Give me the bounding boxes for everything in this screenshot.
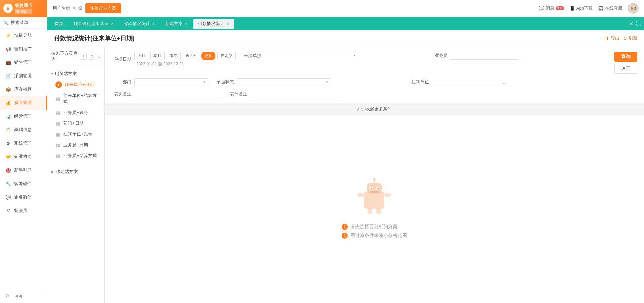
date-btn-this-month[interactable]: 本月	[150, 52, 165, 60]
scheme-item-dept-date[interactable]: ▦ 部门+日期	[47, 118, 104, 129]
sidebar-item-member[interactable]: V 畅会员	[0, 204, 47, 217]
sidebar-item-finance[interactable]: 💰 资金管理	[0, 96, 47, 110]
scheme-item-label: 业务员+账号	[63, 110, 88, 116]
scheme-item-unit-account[interactable]: ▣ 往来单位+账号	[47, 129, 104, 140]
svg-point-7	[373, 178, 376, 181]
page-title: 付款情况统计(往来单位+日期)	[54, 34, 135, 42]
source-label: 来源单据	[241, 53, 261, 59]
sidebar-bottom: ⚙ ◀◀	[0, 288, 47, 303]
source-dropdown-icon: ▾	[353, 53, 355, 58]
scheme-item-unit-date[interactable]: ● 往来单位+日期	[47, 79, 104, 90]
marketing-icon: 📢	[5, 46, 11, 52]
online-service-action[interactable]: 🎧 在线客服	[598, 5, 622, 11]
app-download-label: App下载	[576, 5, 593, 11]
svg-rect-0	[364, 192, 384, 209]
notifications-action[interactable]: 💬 消息 99+	[539, 5, 564, 11]
body-note-label: 表体备注	[227, 91, 247, 97]
svg-rect-10	[384, 193, 391, 197]
sidebar-item-guide[interactable]: 🎯 新手引导	[0, 163, 47, 177]
unit-dots[interactable]: ...	[503, 80, 507, 85]
tab-receipt-stats[interactable]: 收款情况统计 ✕	[119, 19, 160, 29]
body-note-input[interactable]	[250, 90, 338, 98]
tab-bank-flow[interactable]: 现金银行流水查询 ✕	[69, 19, 118, 29]
refresh-btn[interactable]: ↻ 刷新	[623, 35, 637, 41]
sidebar-item-quick-nav[interactable]: ⚡ 快捷导航	[0, 29, 47, 42]
sidebar-item-basic-info[interactable]: 📋 基础信息	[0, 123, 47, 137]
sidebar-item-purchase[interactable]: 🛒 采购管理	[0, 69, 47, 83]
date-buttons: 上月 本月 本年 近7天 更多 自定义	[134, 52, 236, 60]
scheme-item-staff-account[interactable]: ▦ 业务员+账号	[47, 107, 104, 118]
staff-input[interactable]	[450, 52, 518, 60]
scheme-item-unit-settlement[interactable]: ▦ 往来单位+结算方式	[47, 90, 104, 107]
date-btn-last-month[interactable]: 上月	[134, 52, 148, 60]
tab-close-icon[interactable]: ✕	[185, 22, 188, 26]
scheme-item-icon: ▦	[55, 110, 61, 115]
export-btn[interactable]: ⬆ 导出	[606, 35, 619, 41]
doc-status-select[interactable]: ▾	[237, 78, 331, 86]
sidebar-item-label: 畅会员	[14, 208, 27, 214]
collapse-sidebar-icon[interactable]: ◀◀	[14, 292, 22, 300]
svg-rect-8	[370, 191, 379, 193]
search-menu[interactable]: 🔍 搜索菜单	[0, 17, 47, 29]
date-btn-this-year[interactable]: 本年	[167, 52, 181, 60]
sidebar-item-wechat[interactable]: 💬 企业微信	[0, 190, 47, 204]
tab-close-icon[interactable]: ✕	[226, 22, 229, 26]
quick-nav-icon: ⚡	[5, 32, 11, 38]
sidebar-item-operations[interactable]: 📊 经营管理	[0, 110, 47, 123]
sidebar-item-inventory[interactable]: 📦 库存核算	[0, 83, 47, 96]
sidebar-item-system[interactable]: ⚙ 系统管理	[0, 137, 47, 150]
header-note-input[interactable]	[134, 90, 222, 98]
query-btn[interactable]: 查询	[614, 52, 637, 62]
logo-icon: 6	[3, 4, 13, 13]
source-select[interactable]: ▾	[264, 52, 358, 59]
unit-input[interactable]	[432, 78, 499, 86]
scheme-section-mobile-header[interactable]: ▶ 移动端方案	[47, 166, 104, 177]
sidebar-item-hardware[interactable]: 🔧 智能硬件	[0, 177, 47, 190]
tab-home[interactable]: 首页	[50, 19, 68, 29]
trial-btn[interactable]: 体验行业方案	[85, 3, 121, 13]
add-scheme-icon[interactable]: +	[80, 53, 87, 60]
date-btn-last-7-days[interactable]: 近7天	[183, 52, 199, 60]
scheme-item-staff-settlement[interactable]: ▦ 业务员+结算方式	[47, 150, 104, 161]
filter-staff-cell: 业务员 ...	[428, 52, 609, 60]
topbar-gear-icon[interactable]: ⚙	[78, 5, 83, 11]
dept-select[interactable]: ▾	[134, 78, 208, 86]
scheme-settings-icon[interactable]: ⚙	[89, 53, 95, 60]
tab-close-icon[interactable]: ✕	[111, 22, 114, 26]
staff-dots[interactable]: ...	[522, 53, 526, 58]
tab-new-scheme[interactable]: 新建方案 ✕	[160, 19, 193, 29]
avatar[interactable]: Rit	[628, 3, 639, 14]
user-dropdown-icon[interactable]: ▾	[73, 6, 75, 11]
scheme-panel-header: 按以下方案查询 + ⚙ «	[47, 47, 104, 66]
app-download-action[interactable]: 📱 App下载	[569, 5, 593, 11]
sidebar-item-label: 营销推广	[14, 46, 32, 52]
settings-bottom-icon[interactable]: ⚙	[3, 292, 11, 300]
sidebar-item-sales[interactable]: 💼 销售管理	[0, 56, 47, 69]
scheme-item-staff-date[interactable]: ▦ 业务员+日期	[47, 140, 104, 150]
expand-icon[interactable]: ⛶	[636, 21, 641, 27]
tab-label: 付款情况统计	[198, 21, 224, 27]
content: 付款情况统计(往来单位+日期) ⬆ 导出 ↻ 刷新 按以下方案查询 +	[47, 30, 644, 303]
tab-close-icon[interactable]: ✕	[152, 22, 155, 26]
tabbar: 首页 现金银行流水查询 ✕ 收款情况统计 ✕ 新建方案 ✕ 付款情况统计 ✕ ✕…	[47, 17, 644, 30]
dept-dropdown-icon: ▾	[203, 80, 205, 84]
sidebar-item-marketing[interactable]: 📢 营销推广	[0, 42, 47, 56]
date-btn-more[interactable]: 更多	[201, 52, 215, 60]
date-btn-custom[interactable]: 自定义	[217, 52, 236, 60]
date-label: 单据日期	[111, 56, 131, 62]
sidebar-item-label: 企业微信	[14, 194, 32, 200]
scheme-section-pc-header[interactable]: ▾ 电脑端方案	[47, 69, 104, 79]
sidebar-item-label: 快捷导航	[14, 32, 32, 38]
filter-settings-btn[interactable]: 设置	[614, 64, 637, 74]
close-all-tabs-icon[interactable]: ✕	[629, 21, 633, 27]
scheme-collapse-icon[interactable]: «	[97, 54, 100, 59]
section-label: 移动端方案	[56, 169, 78, 175]
sidebar-item-enterprise[interactable]: 🤝 企业协同	[0, 150, 47, 163]
hardware-icon: 🔧	[5, 181, 11, 187]
hint-item-1: 1 请先选择要分析的方案	[342, 224, 407, 230]
doc-status-label: 单据状态	[214, 79, 234, 85]
refresh-label: 刷新	[628, 35, 637, 41]
notifications-badge: 99+	[556, 6, 564, 10]
collapse-bar[interactable]: ∧∧ 收起更多条件	[105, 103, 644, 115]
tab-payment-stats[interactable]: 付款情况统计 ✕	[193, 19, 234, 29]
